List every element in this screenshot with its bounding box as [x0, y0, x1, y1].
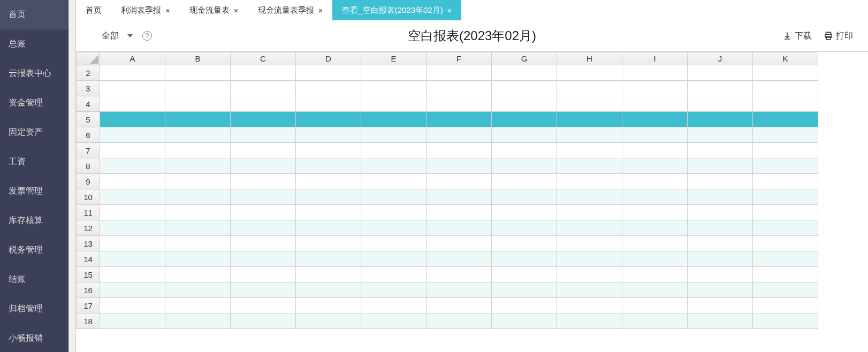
- row-header[interactable]: 4: [77, 96, 100, 112]
- cell[interactable]: [557, 236, 622, 251]
- cell[interactable]: [296, 81, 361, 96]
- cell[interactable]: [361, 267, 427, 282]
- sidebar-item-home[interactable]: 首页: [0, 0, 68, 29]
- cell[interactable]: [427, 236, 492, 251]
- cell[interactable]: [688, 282, 753, 298]
- cell[interactable]: [231, 298, 296, 313]
- cell[interactable]: [688, 96, 753, 112]
- tab-view-blank-report[interactable]: 查看_空白报表(2023年02月) ×: [332, 0, 461, 20]
- cell[interactable]: [296, 251, 361, 267]
- row-header[interactable]: 18: [77, 313, 100, 329]
- filter-dropdown[interactable]: 全部: [102, 30, 119, 42]
- cell[interactable]: [296, 158, 361, 174]
- cell[interactable]: [753, 313, 818, 329]
- cell[interactable]: [492, 65, 557, 81]
- row-header[interactable]: 10: [77, 189, 100, 205]
- sidebar-item-archive[interactable]: 归档管理: [0, 294, 68, 324]
- select-all-corner[interactable]: [77, 52, 100, 65]
- cell[interactable]: [296, 96, 361, 112]
- cell[interactable]: [753, 127, 818, 143]
- row-header[interactable]: 14: [77, 251, 100, 267]
- close-icon[interactable]: ×: [165, 6, 170, 15]
- cell[interactable]: [492, 313, 557, 329]
- cell[interactable]: [361, 65, 427, 81]
- cell[interactable]: [753, 298, 818, 313]
- cell[interactable]: [427, 112, 492, 127]
- cell[interactable]: [100, 143, 165, 158]
- cell[interactable]: [688, 236, 753, 251]
- cell[interactable]: [688, 112, 753, 127]
- cell[interactable]: [165, 112, 231, 127]
- cell[interactable]: [427, 189, 492, 205]
- row-header[interactable]: 6: [77, 127, 100, 143]
- cell[interactable]: [492, 143, 557, 158]
- cell[interactable]: [557, 189, 622, 205]
- cell[interactable]: [427, 298, 492, 313]
- cell[interactable]: [753, 158, 818, 174]
- cell[interactable]: [622, 251, 688, 267]
- cell[interactable]: [296, 189, 361, 205]
- cell[interactable]: [165, 313, 231, 329]
- chevron-down-icon[interactable]: [127, 34, 133, 37]
- cell[interactable]: [622, 189, 688, 205]
- cell[interactable]: [231, 189, 296, 205]
- cell[interactable]: [492, 282, 557, 298]
- cell[interactable]: [427, 81, 492, 96]
- cell[interactable]: [427, 205, 492, 220]
- cell[interactable]: [165, 298, 231, 313]
- cell[interactable]: [296, 220, 361, 236]
- sidebar-item-fixed-assets[interactable]: 固定资产: [0, 118, 68, 147]
- column-header[interactable]: F: [427, 52, 492, 65]
- cell[interactable]: [100, 282, 165, 298]
- cell[interactable]: [296, 282, 361, 298]
- sidebar-item-invoice[interactable]: 发票管理: [0, 177, 68, 206]
- cell[interactable]: [427, 313, 492, 329]
- cell[interactable]: [100, 96, 165, 112]
- cell[interactable]: [753, 174, 818, 189]
- cell[interactable]: [492, 236, 557, 251]
- cell[interactable]: [688, 127, 753, 143]
- cell[interactable]: [688, 267, 753, 282]
- cell[interactable]: [753, 220, 818, 236]
- cell[interactable]: [231, 65, 296, 81]
- cell[interactable]: [296, 298, 361, 313]
- cell[interactable]: [231, 143, 296, 158]
- cell[interactable]: [688, 205, 753, 220]
- row-header[interactable]: 8: [77, 158, 100, 174]
- cell[interactable]: [427, 127, 492, 143]
- cell[interactable]: [557, 267, 622, 282]
- cell[interactable]: [753, 189, 818, 205]
- cell[interactable]: [296, 236, 361, 251]
- row-header[interactable]: 5: [77, 112, 100, 127]
- cell[interactable]: [361, 96, 427, 112]
- cell[interactable]: [753, 143, 818, 158]
- cell[interactable]: [296, 127, 361, 143]
- column-header[interactable]: G: [492, 52, 557, 65]
- row-header[interactable]: 13: [77, 236, 100, 251]
- cell[interactable]: [492, 158, 557, 174]
- tab-profit-quarterly[interactable]: 利润表季报 ×: [111, 0, 180, 20]
- sidebar-item-ledger[interactable]: 总账: [0, 29, 68, 59]
- cell[interactable]: [165, 65, 231, 81]
- cell[interactable]: [492, 174, 557, 189]
- cell[interactable]: [165, 189, 231, 205]
- row-header[interactable]: 2: [77, 65, 100, 81]
- cell[interactable]: [622, 236, 688, 251]
- cell[interactable]: [688, 81, 753, 96]
- tab-home[interactable]: 首页: [76, 0, 111, 20]
- cell[interactable]: [753, 267, 818, 282]
- tab-cashflow-quarterly[interactable]: 现金流量表季报 ×: [248, 0, 333, 20]
- cell[interactable]: [361, 127, 427, 143]
- cell[interactable]: [622, 158, 688, 174]
- cell[interactable]: [557, 205, 622, 220]
- cell[interactable]: [231, 236, 296, 251]
- cell[interactable]: [427, 267, 492, 282]
- cell[interactable]: [296, 174, 361, 189]
- cell[interactable]: [165, 81, 231, 96]
- row-header[interactable]: 12: [77, 220, 100, 236]
- cell[interactable]: [753, 112, 818, 127]
- cell[interactable]: [622, 96, 688, 112]
- cell[interactable]: [688, 220, 753, 236]
- column-header[interactable]: E: [361, 52, 427, 65]
- cell[interactable]: [557, 143, 622, 158]
